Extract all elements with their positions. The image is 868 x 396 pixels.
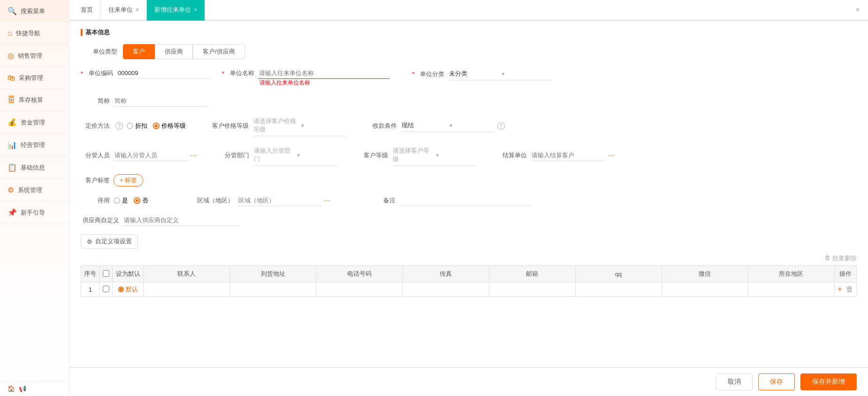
- supplier-custom-label: 供应商自定义: [81, 216, 123, 225]
- radio-no[interactable]: 否: [134, 196, 148, 205]
- basic-icon: 📋: [8, 163, 17, 172]
- section-title: 基本信息: [81, 28, 857, 37]
- inventory-icon: 🗄: [8, 96, 15, 104]
- main-area: 首页 往来单位 × 新增往来单位 × × 基本信息 单位类型 客户 供应商 客户…: [69, 0, 868, 396]
- type-btn-supplier[interactable]: 供应商: [155, 44, 193, 59]
- radio-no-label: 否: [142, 196, 148, 205]
- radio-price-level-label: 价格等级: [161, 122, 186, 130]
- payment-terms-select[interactable]: 现结 ▼: [401, 119, 495, 132]
- radio-price-level[interactable]: 价格等级: [153, 122, 186, 130]
- tab-new-contact-label: 新增往来单位: [154, 6, 191, 14]
- radio-yes[interactable]: 是: [114, 196, 128, 205]
- fax-input[interactable]: [405, 286, 486, 293]
- delete-row-button[interactable]: 🗑: [846, 285, 853, 294]
- customer-price-level-select[interactable]: 请选择客户价格等级 ▼: [252, 115, 346, 136]
- unit-category-value: 未分类: [448, 68, 499, 80]
- unit-category-select[interactable]: 未分类 ▼: [448, 68, 551, 80]
- tab-contacts-label: 往来单位: [108, 6, 133, 14]
- batch-delete-button[interactable]: 🗑 批量删除: [81, 254, 857, 263]
- operations-icon: 📊: [8, 140, 17, 149]
- wechat-input[interactable]: [665, 286, 745, 293]
- manager-more-button[interactable]: ···: [189, 151, 198, 160]
- batch-delete-label: 批量删除: [832, 254, 857, 263]
- row-checkbox[interactable]: [103, 286, 109, 292]
- tab-home[interactable]: 首页: [73, 0, 101, 20]
- location-input[interactable]: [751, 286, 831, 293]
- department-placeholder: 请输入分管部门: [253, 145, 294, 165]
- sidebar-item-system[interactable]: ⚙ 系统管理: [0, 179, 69, 202]
- field-group-payment-terms: 收款条件 现结 ▼ ?: [373, 119, 505, 132]
- sidebar-bottom: 🏠 📢: [0, 381, 69, 396]
- save-new-button[interactable]: 保存并新增: [800, 373, 857, 390]
- sidebar-item-guide[interactable]: 📌 新手引导: [0, 202, 69, 224]
- sidebar-item-finance[interactable]: 💰 资金管理: [0, 111, 69, 134]
- sidebar-item-operations[interactable]: 📊 经营管理: [0, 134, 69, 156]
- sidebar-item-quick-nav[interactable]: ⌂ 快捷导航: [0, 23, 69, 45]
- unit-category-label: 单位分类: [415, 70, 448, 78]
- sidebar-item-inventory[interactable]: 🗄 库存核算: [0, 89, 69, 111]
- finance-icon: 💰: [8, 118, 17, 127]
- pricing-method-info-icon[interactable]: ?: [115, 122, 123, 130]
- tab-contacts[interactable]: 往来单位 ×: [101, 0, 147, 20]
- add-tag-button[interactable]: + 标签: [114, 174, 143, 186]
- supplier-custom-input[interactable]: [123, 215, 240, 226]
- field-group-supplier-custom: 供应商自定义: [81, 215, 240, 226]
- region-more-button[interactable]: ···: [322, 196, 332, 205]
- radio-yes-label: 是: [122, 196, 128, 205]
- field-group-department: 分管部门 请输入分管部门 ▼: [225, 145, 337, 166]
- sidebar-item-search[interactable]: 🔍 搜索菜单: [0, 0, 69, 23]
- notes-input[interactable]: [399, 195, 531, 206]
- sidebar-item-label-sales: 销售管理: [18, 52, 42, 60]
- default-radio[interactable]: [118, 287, 124, 292]
- sidebar-item-sales[interactable]: ◎ 销售管理: [0, 45, 69, 67]
- payment-terms-info-icon[interactable]: ?: [497, 122, 505, 130]
- type-btn-customer[interactable]: 客户: [123, 44, 155, 59]
- region-input[interactable]: [237, 195, 322, 206]
- field-group-unit-category: * 单位分类 未分类 ▼: [412, 68, 551, 80]
- settlement-unit-more-button[interactable]: ···: [606, 151, 616, 160]
- cell-seq: 1: [81, 282, 100, 297]
- settlement-unit-input[interactable]: [531, 150, 606, 161]
- short-name-input[interactable]: [114, 95, 207, 107]
- sidebar-home-icon[interactable]: 🏠: [8, 385, 15, 392]
- sidebar-notify-icon[interactable]: 📢: [19, 385, 26, 392]
- custom-settings-button[interactable]: ⚙ 自定义项设置: [81, 234, 138, 248]
- field-group-customer-price-level: 客户价格等级 请选择客户价格等级 ▼: [212, 115, 346, 136]
- unit-code-required: *: [81, 70, 83, 77]
- unit-code-input[interactable]: [117, 68, 211, 79]
- sidebar-item-basic[interactable]: 📋 基础信息: [0, 156, 69, 179]
- email-input[interactable]: [492, 286, 572, 293]
- department-label: 分管部门: [225, 151, 253, 160]
- cell-checkbox: [99, 282, 112, 297]
- customer-level-select[interactable]: 请选择客户等级 ▼: [392, 145, 476, 166]
- table-header-checkbox[interactable]: [103, 270, 109, 277]
- add-row-button[interactable]: +: [838, 285, 842, 294]
- tab-contacts-close[interactable]: ×: [136, 7, 139, 13]
- qq-input[interactable]: [579, 286, 659, 293]
- col-address: 到货地址: [230, 266, 316, 282]
- tab-new-contact[interactable]: 新增往来单位 ×: [147, 0, 205, 21]
- field-group-disabled: 停用 是 否: [81, 196, 148, 205]
- unit-name-label: 单位名称: [225, 69, 258, 78]
- sidebar-item-purchase[interactable]: 🛍 采购管理: [0, 67, 69, 89]
- contact-table-section: 🗑 批量删除 序号 设为默认 联系人 到货地址 电话号码 传真 邮箱 qq: [81, 254, 857, 297]
- close-all-tabs-button[interactable]: ×: [851, 3, 864, 16]
- contact-input[interactable]: [146, 286, 227, 293]
- manager-input[interactable]: [114, 150, 189, 161]
- type-btn-both[interactable]: 客户/供应商: [193, 44, 245, 59]
- field-group-settlement-unit: 结算单位 ···: [503, 150, 616, 161]
- section-title-text: 基本信息: [85, 28, 110, 37]
- save-button[interactable]: 保存: [758, 373, 795, 390]
- cell-email: [489, 282, 575, 297]
- address-input[interactable]: [233, 286, 313, 293]
- tab-new-contact-close[interactable]: ×: [194, 7, 197, 13]
- section-title-bar: [81, 29, 83, 36]
- cancel-button[interactable]: 取消: [716, 373, 753, 390]
- customer-tags-label: 客户标签: [81, 176, 114, 185]
- department-select[interactable]: 请输入分管部门 ▼: [253, 145, 337, 166]
- unit-name-input[interactable]: [258, 68, 389, 79]
- home-icon: ⌂: [8, 29, 12, 38]
- table-row: 1 默认: [81, 282, 857, 297]
- phone-input[interactable]: [319, 286, 399, 293]
- radio-discount[interactable]: 折扣: [127, 122, 147, 130]
